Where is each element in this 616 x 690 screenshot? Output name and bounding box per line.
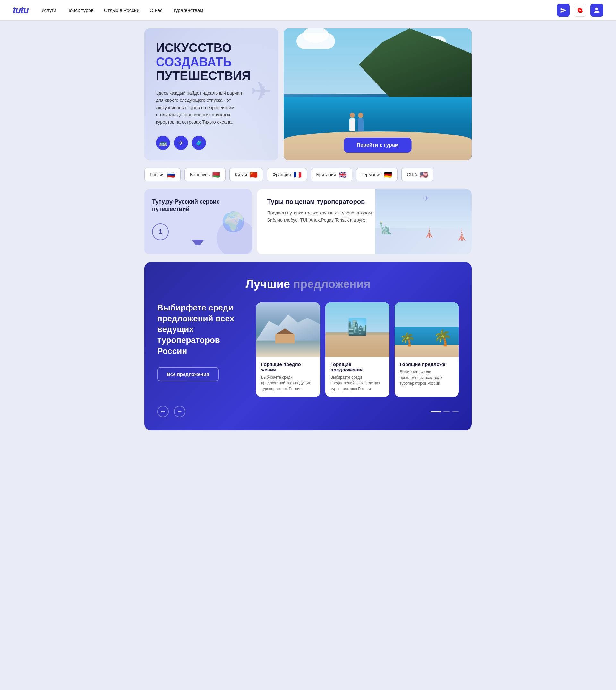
offer-card-3-body: Горящие предложе Выбираете среди предлож… <box>395 357 459 391</box>
hero-title-line3: ПУТЕШЕСТВИЯ <box>156 69 250 83</box>
offer-card-2[interactable]: 🏙️ Горящие предложения Выбираете среди п… <box>325 302 390 397</box>
usa-flag: 🇺🇸 <box>420 171 428 179</box>
best-offers-left: Выбирфете среди предложений всех ведущих… <box>157 302 247 381</box>
info-card-tutu: 🌍 Туту.ру-Русский сервис путешествий 1 <box>145 189 252 254</box>
nav-item-tours[interactable]: Поиск туров <box>66 7 94 13</box>
figure-body <box>349 119 355 131</box>
germany-label: Германия <box>361 172 382 177</box>
russia-label: Россия <box>150 172 164 177</box>
france-flag: 🇫🇷 <box>293 171 302 179</box>
telegram-icon <box>560 7 567 14</box>
luggage-icon-btn[interactable]: 🧳 <box>192 136 206 150</box>
russia-flag: 🇷🇺 <box>167 171 175 179</box>
lm-plane: ✈ <box>423 194 430 203</box>
best-offers-section: Лучшие предложения Выбирфете среди предл… <box>145 262 471 430</box>
beach-figure-1 <box>349 113 355 131</box>
header: tutu Услуги Поиск туров Отдых в России О… <box>0 0 616 21</box>
offer-card-3-desc: Выбираете среди предложений всех веду ту… <box>400 369 454 386</box>
offer-card-1-body: Горящие предло жения Выбираете среди пре… <box>256 357 320 397</box>
britain-label: Британия <box>316 172 336 177</box>
hero-title-line1: ИСКУССТВО <box>156 41 232 55</box>
plane-icon-btn[interactable]: ✈ <box>174 136 188 150</box>
germany-flag: 🇩🇪 <box>384 171 392 179</box>
tutu-card-title: Туту.ру-Русский сервис путешествий <box>152 198 244 213</box>
best-offers-title-gray: предложения <box>293 277 370 291</box>
main-content: ✈ ИСКУССТВО СОЗДАВАТЬ ПУТЕШЕСТВИЯ Здесь … <box>138 21 478 430</box>
country-tab-china[interactable]: Китай 🇨🇳 <box>229 168 263 182</box>
nav: Услуги Поиск туров Отдых в России О нас … <box>41 7 557 13</box>
figure-head <box>350 113 355 118</box>
offer-card-2-title: Горящие предложения <box>330 361 384 373</box>
britain-flag: 🇬🇧 <box>339 171 347 179</box>
nav-prev-button[interactable]: ← <box>157 406 169 417</box>
big-ben-icon: 🗼 <box>423 227 435 238</box>
hero-right: Перейти к турам <box>284 28 471 160</box>
country-tab-germany[interactable]: Германия 🇩🇪 <box>356 168 398 182</box>
figure-body <box>358 119 364 131</box>
hero-icons: 🚌 ✈ 🧳 <box>156 136 267 150</box>
country-tab-belarus[interactable]: Белорусь 🇧🇾 <box>184 168 225 182</box>
logo[interactable]: tutu <box>13 5 28 15</box>
hero-title-line2: СОЗДАВАТЬ <box>156 55 232 69</box>
offer-card-3-title: Горящие предложе <box>400 361 454 367</box>
mountain-house <box>275 330 294 343</box>
nav-dot-3[interactable] <box>453 411 459 412</box>
telegram-button[interactable] <box>557 4 570 17</box>
nav-dot-2[interactable] <box>443 411 450 412</box>
best-offers-title: Лучшие предложения <box>246 277 371 291</box>
china-label: Китай <box>235 172 247 177</box>
info-card-tours: ✈ 🗽 🗼 🗼 Туры по ценам туроператоров Прод… <box>257 189 471 254</box>
country-tabs: Россия 🇷🇺 Белорусь 🇧🇾 Китай 🇨🇳 Франция 🇫… <box>145 168 471 182</box>
palm-tree-left: 🌴 <box>399 332 416 347</box>
palm-tree-right: 🌴 <box>433 329 453 347</box>
best-offers-left-title: Выбирфете среди предложений всех ведущих… <box>157 302 247 357</box>
beach-figure-2 <box>358 113 364 131</box>
globe-icon: 🌍 <box>221 210 245 233</box>
house-roof <box>274 329 295 335</box>
offer-card-1-title: Горящие предло жения <box>261 361 315 373</box>
youtube-button[interactable] <box>574 4 587 17</box>
youtube-icon <box>577 7 583 14</box>
nav-item-agencies[interactable]: Турагенствам <box>173 7 203 13</box>
hero-title: ИСКУССТВО СОЗДАВАТЬ ПУТЕШЕСТВИЯ <box>156 41 267 83</box>
offer-card-2-body: Горящие предложения Выбираете среди пред… <box>325 357 390 397</box>
nav-next-button[interactable]: → <box>174 406 185 417</box>
country-tab-britain[interactable]: Британия 🇬🇧 <box>311 168 352 182</box>
profile-button[interactable] <box>590 4 603 17</box>
medal-ribbon <box>192 239 204 245</box>
eiffel-icon: 🗼 <box>455 228 468 241</box>
cta-button[interactable]: Перейти к турам <box>344 138 412 152</box>
header-actions <box>557 4 603 17</box>
hero-left: ✈ ИСКУССТВО СОЗДАВАТЬ ПУТЕШЕСТВИЯ Здесь … <box>145 28 279 160</box>
bus-icon-btn[interactable]: 🚌 <box>156 136 170 150</box>
figure-head <box>358 113 363 118</box>
offer-card-2-image: 🏙️ <box>325 302 390 357</box>
hero-description: Здесь каждый найдет идеальный вариант дл… <box>156 89 246 126</box>
best-offers-title-white: Лучшие <box>246 277 290 291</box>
profile-icon <box>594 7 600 14</box>
nav-item-services[interactable]: Услуги <box>41 7 56 13</box>
burj-khalifa-icon: 🏙️ <box>348 317 367 336</box>
beach-figures <box>349 113 364 131</box>
best-offers-content: Выбирфете среди предложений всех ведущих… <box>157 302 459 397</box>
china-flag: 🇨🇳 <box>249 171 258 179</box>
offer-card-1[interactable]: Горящие предло жения Выбираете среди пре… <box>256 302 320 397</box>
dubai-sand <box>325 335 390 357</box>
nav-dot-1[interactable] <box>431 411 441 412</box>
country-tab-france[interactable]: Франция 🇫🇷 <box>267 168 307 182</box>
offers-nav: ← → <box>157 406 459 417</box>
hero-section: ✈ ИСКУССТВО СОЗДАВАТЬ ПУТЕШЕСТВИЯ Здесь … <box>145 28 471 160</box>
country-tab-usa[interactable]: США 🇺🇸 <box>401 168 433 182</box>
offer-card-3[interactable]: 🌴 🌴 Горящие предложе Выбираете среди пре… <box>395 302 459 397</box>
all-offers-button[interactable]: Все предложения <box>157 367 219 381</box>
offer-card-1-image <box>256 302 320 357</box>
offer-card-1-desc: Выбираете среди предложений всех ведущих… <box>261 374 315 392</box>
nav-item-russia[interactable]: Отдых в России <box>104 7 139 13</box>
landmarks-image: ✈ 🗽 🗼 🗼 <box>375 189 471 254</box>
medal-icon: 1 <box>152 224 169 240</box>
nav-dots <box>431 411 459 412</box>
offer-card-3-image: 🌴 🌴 <box>395 302 459 357</box>
nav-item-about[interactable]: О нас <box>150 7 163 13</box>
country-tab-russia[interactable]: Россия 🇷🇺 <box>145 168 181 182</box>
belarus-flag: 🇧🇾 <box>212 171 220 179</box>
